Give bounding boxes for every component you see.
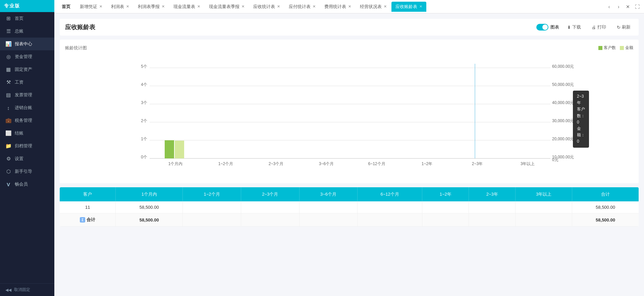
archive-icon: 📁 xyxy=(5,143,11,149)
tab-fullscreen-button[interactable]: ⛶ xyxy=(633,3,641,11)
svg-text:3个: 3个 xyxy=(141,100,147,105)
svg-text:60,000.00元: 60,000.00元 xyxy=(552,64,574,69)
cell-total: 58,500.00 xyxy=(572,201,639,213)
page-content: 应收账龄表 图表 ⬇ 下载 🖨 打印 ↻ 刷新 xyxy=(54,13,644,296)
sidebar-item-archive[interactable]: 📁 归档管理 xyxy=(0,140,54,152)
sidebar-item-home[interactable]: ⊞ 首页 xyxy=(0,12,54,25)
total-m23 xyxy=(241,213,299,227)
stock-icon: ↕ xyxy=(5,105,11,111)
print-button[interactable]: 🖨 打印 xyxy=(589,23,609,32)
chart-svg: 5个 4个 3个 2个 1个 0个 60,000.00元 50,000.00元 … xyxy=(65,54,633,178)
tab-receivable-aging[interactable]: 应收账龄表 ✕ xyxy=(391,2,426,12)
vip-icon: V xyxy=(5,182,11,187)
th-total: 合计 xyxy=(572,187,639,201)
tab-business-stat[interactable]: 经营状况表 ✕ xyxy=(356,2,391,12)
svg-text:1个月内: 1个月内 xyxy=(168,161,183,166)
sidebar: 专业版 ⊞ 首页 ☰ 总账 📊 报表中心 ◎ 资金管理 ▦ 固定资产 ⚒ 工资 … xyxy=(0,0,54,296)
tab-expense-stat[interactable]: 费用统计表 ✕ xyxy=(320,2,355,12)
assets-icon: ▦ xyxy=(5,66,11,72)
tab-profit[interactable]: 利润表 ✕ xyxy=(107,2,133,12)
download-icon: ⬇ xyxy=(567,25,571,30)
tax-icon: 💼 xyxy=(5,117,11,124)
tab-close-profit-quarter[interactable]: ✕ xyxy=(162,4,165,9)
chart-container: 账龄统计图 客户数 金额 5个 4个 3个 2个 1个 xyxy=(60,40,639,183)
sidebar-item-ledger[interactable]: ☰ 总账 xyxy=(0,25,54,38)
total-y3plus xyxy=(516,213,572,227)
tab-close-voucher[interactable]: ✕ xyxy=(99,4,102,9)
ledger-icon: ☰ xyxy=(5,28,11,34)
tabbar-controls: ‹ › ✕ ⛶ xyxy=(605,3,641,11)
tab-cashflow[interactable]: 现金流量表 ✕ xyxy=(169,2,204,12)
svg-text:1~2个月: 1~2个月 xyxy=(218,161,233,166)
svg-rect-20 xyxy=(165,140,174,158)
tab-close-cashflow[interactable]: ✕ xyxy=(197,4,200,9)
logo: 专业版 xyxy=(0,0,54,12)
total-label-cell: Σ 合计 xyxy=(60,213,116,227)
cell-m23 xyxy=(241,201,299,213)
page-actions: 图表 ⬇ 下载 🖨 打印 ↻ 刷新 xyxy=(536,23,633,32)
settings-icon: ⚙ xyxy=(5,156,11,162)
tab-voucher[interactable]: 新增凭证 ✕ xyxy=(76,2,106,12)
sidebar-item-reports[interactable]: 📊 报表中心 xyxy=(0,38,54,50)
tab-home[interactable]: 首页 xyxy=(57,2,75,12)
salary-icon: ⚒ xyxy=(5,79,11,85)
tab-close-receivable-stat[interactable]: ✕ xyxy=(277,4,280,9)
th-y23: 2~3年 xyxy=(469,187,516,201)
sidebar-item-guide[interactable]: ⬡ 新手引导 xyxy=(0,165,54,178)
tab-payable-stat[interactable]: 应付统计表 ✕ xyxy=(285,2,320,12)
tab-receivable-stat[interactable]: 应收统计表 ✕ xyxy=(249,2,284,12)
cell-m36 xyxy=(299,201,358,213)
tab-next-button[interactable]: › xyxy=(614,3,623,11)
legend-customer-color xyxy=(598,46,602,50)
svg-text:5个: 5个 xyxy=(141,64,147,69)
cell-m1: 58,500.00 xyxy=(116,201,183,213)
svg-rect-21 xyxy=(175,141,184,158)
home-icon: ⊞ xyxy=(5,15,11,21)
svg-text:40,000.00元: 40,000.00元 xyxy=(552,100,574,105)
download-button[interactable]: ⬇ 下载 xyxy=(565,23,584,32)
total-m12 xyxy=(183,213,241,227)
sidebar-item-closing[interactable]: ⬜ 结账 xyxy=(0,127,54,140)
svg-text:50,000.00元: 50,000.00元 xyxy=(552,82,574,87)
svg-text:2~3年: 2~3年 xyxy=(472,161,483,166)
total-total: 58,500.00 xyxy=(572,213,639,227)
sidebar-toggle-pin[interactable]: ◀◀ 取消固定 xyxy=(0,283,54,296)
tab-profit-quarter[interactable]: 利润表季报 ✕ xyxy=(134,2,169,12)
tab-prev-button[interactable]: ‹ xyxy=(605,3,613,11)
refresh-icon: ↻ xyxy=(617,25,621,30)
svg-text:1~2年: 1~2年 xyxy=(422,161,432,166)
sidebar-item-funds[interactable]: ◎ 资金管理 xyxy=(0,50,54,63)
table-container: 客户 1个月内 1~2个月 2~3个月 3~6个月 6~12个月 1~2年 2~… xyxy=(60,187,639,227)
sidebar-item-settings[interactable]: ⚙ 设置 xyxy=(0,152,54,165)
svg-text:0元: 0元 xyxy=(552,157,558,162)
svg-text:30,000.00元: 30,000.00元 xyxy=(552,118,574,123)
tab-close-cashflow-quarter[interactable]: ✕ xyxy=(241,4,245,9)
tab-close-receivable-aging[interactable]: ✕ xyxy=(419,4,422,9)
cell-customer: 11 xyxy=(60,201,116,213)
page-title: 应收账龄表 xyxy=(65,23,95,31)
tab-cashflow-quarter[interactable]: 现金流量表季报 ✕ xyxy=(205,2,249,12)
print-icon: 🖨 xyxy=(592,25,596,30)
invoice-icon: ▤ xyxy=(5,92,11,98)
reports-icon: 📊 xyxy=(5,41,11,47)
table-header-row: 客户 1个月内 1~2个月 2~3个月 3~6个月 6~12个月 1~2年 2~… xyxy=(60,187,639,201)
tab-close-payable-stat[interactable]: ✕ xyxy=(313,4,316,9)
total-label: Σ 合计 xyxy=(62,217,113,223)
sidebar-item-vip[interactable]: V 畅会员 xyxy=(0,178,54,191)
tab-close-all-button[interactable]: ✕ xyxy=(624,3,632,11)
tab-close-expense-stat[interactable]: ✕ xyxy=(348,4,351,9)
sidebar-item-salary[interactable]: ⚒ 工资 xyxy=(0,76,54,89)
sidebar-item-invoice[interactable]: ▤ 发票管理 xyxy=(0,89,54,101)
refresh-button[interactable]: ↻ 刷新 xyxy=(614,23,633,32)
sidebar-item-tax[interactable]: 💼 税务管理 xyxy=(0,114,54,127)
total-y12 xyxy=(422,213,469,227)
legend-customer-label: 客户数 xyxy=(604,45,616,51)
tab-close-business-stat[interactable]: ✕ xyxy=(384,4,387,9)
tab-close-profit[interactable]: ✕ xyxy=(126,4,129,9)
sidebar-item-stock[interactable]: ↕ 进销台账 xyxy=(0,101,54,114)
th-m36: 3~6个月 xyxy=(299,187,358,201)
svg-text:0个: 0个 xyxy=(141,155,147,159)
chart-toggle[interactable] xyxy=(536,24,548,31)
chart-title: 账龄统计图 xyxy=(65,45,633,51)
sidebar-item-assets[interactable]: ▦ 固定资产 xyxy=(0,63,54,76)
